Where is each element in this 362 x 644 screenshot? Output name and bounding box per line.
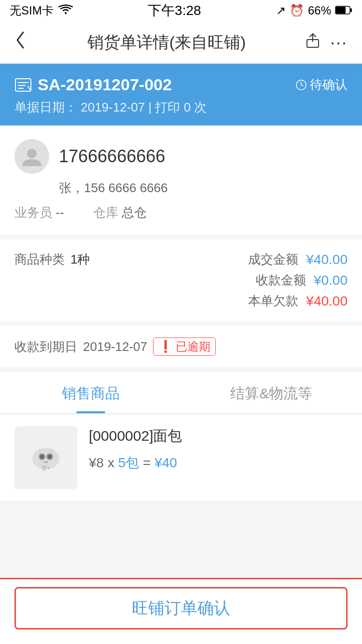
owed-amount-row: 本单欠款 ¥40.00 <box>248 293 348 309</box>
product-types-value: 1种 <box>70 251 90 268</box>
nav-actions: ··· <box>290 32 348 53</box>
overdue-text: 已逾期 <box>176 339 210 354</box>
wifi-icon <box>58 4 73 17</box>
received-amount-row: 收款金额 ¥0.00 <box>256 272 348 289</box>
product-section: 管+ [0000002]面包 ¥8 x 5包 = ¥40 <box>0 415 362 501</box>
received-amount-label: 收款金额 <box>256 272 306 289</box>
order-date: 单据日期： 2019-12-07 | 打印 0 次 <box>14 99 348 116</box>
status-left: 无SIM卡 <box>10 3 73 18</box>
avatar <box>14 139 49 174</box>
status-bar: 无SIM卡 下午3:28 ↗ ⏰ 66% <box>0 0 362 21</box>
overdue-icon: ❗ <box>158 340 173 353</box>
nav-bar: 销货单详情(来自旺铺) ··· <box>0 21 362 64</box>
tab-settlement-logistics[interactable]: 结算&物流等 <box>181 372 362 413</box>
bottom-bar: 旺铺订单确认 <box>0 578 362 644</box>
location-icon: ↗ <box>276 4 286 17</box>
due-date-section: 收款到期日 2019-12-07 ❗ 已逾期 <box>0 326 362 367</box>
carrier-label: 无SIM卡 <box>10 3 54 18</box>
product-total: ¥40 <box>154 455 177 470</box>
customer-section: 17666666666 张，156 6666 6666 业务员 -- 仓库 总仓 <box>0 126 362 235</box>
svg-rect-1 <box>336 7 346 14</box>
customer-name: 张，156 6666 6666 <box>59 180 348 196</box>
customer-meta: 业务员 -- 仓库 总仓 <box>14 204 348 221</box>
amounts-right: 成交金额 ¥40.00 收款金额 ¥0.00 本单欠款 ¥40.00 <box>248 251 348 309</box>
product-info: [0000002]面包 ¥8 x 5包 = ¥40 <box>89 426 348 472</box>
order-id: SA-20191207-002 <box>14 75 172 94</box>
owed-amount-label: 本单欠款 <box>248 293 298 309</box>
battery-icon <box>335 4 352 17</box>
svg-text:管+: 管+ <box>41 465 50 472</box>
salesperson-value-text: -- <box>56 205 64 220</box>
order-status: 待确认 <box>295 76 348 93</box>
deal-amount-row: 成交金额 ¥40.00 <box>248 251 348 268</box>
page-title: 销货单详情(来自旺铺) <box>43 31 290 54</box>
received-amount-value: ¥0.00 <box>314 273 348 288</box>
customer-phone: 17666666666 <box>59 146 165 167</box>
back-button[interactable] <box>14 30 43 54</box>
deal-amount-label: 成交金额 <box>248 251 298 268</box>
price-formula: ¥8 x <box>89 455 118 470</box>
product-price: ¥8 x 5包 = ¥40 <box>89 454 348 472</box>
due-date-label: 收款到期日 <box>14 338 77 355</box>
share-icon[interactable] <box>305 33 320 52</box>
battery-label: 66% <box>308 4 331 17</box>
status-time: 下午3:28 <box>148 1 201 20</box>
svg-point-6 <box>27 149 37 158</box>
owed-amount-value: ¥40.00 <box>306 294 348 309</box>
status-right: ↗ ⏰ 66% <box>276 4 352 17</box>
order-header: SA-20191207-002 待确认 单据日期： 2019-12-07 | 打… <box>0 64 362 126</box>
alarm-icon: ⏰ <box>290 4 304 17</box>
product-thumbnail: 管+ <box>14 426 77 489</box>
price-equals: = <box>139 455 154 470</box>
confirm-order-button[interactable]: 旺铺订单确认 <box>14 587 348 630</box>
svg-point-10 <box>40 455 44 459</box>
svg-rect-2 <box>350 8 352 12</box>
tab-sales-products[interactable]: 销售商品 <box>0 372 181 413</box>
warehouse-label: 仓库 <box>93 205 118 220</box>
product-types: 商品种类 1种 <box>14 251 90 268</box>
tabs-row: 销售商品 结算&物流等 <box>0 372 362 414</box>
product-quantity: 5包 <box>118 455 139 470</box>
svg-point-11 <box>48 455 52 459</box>
amounts-section: 商品种类 1种 成交金额 ¥40.00 收款金额 ¥0.00 本单欠款 ¥40.… <box>0 239 362 321</box>
warehouse-value-text: 总仓 <box>122 205 147 220</box>
more-icon[interactable]: ··· <box>330 32 348 53</box>
salesperson-label: 业务员 <box>14 205 52 220</box>
overdue-badge: ❗ 已逾期 <box>153 337 216 356</box>
due-date-value: 2019-12-07 <box>83 339 147 354</box>
product-name: [0000002]面包 <box>89 426 348 446</box>
tabs-section: 销售商品 结算&物流等 <box>0 372 362 414</box>
deal-amount-value: ¥40.00 <box>306 252 348 267</box>
